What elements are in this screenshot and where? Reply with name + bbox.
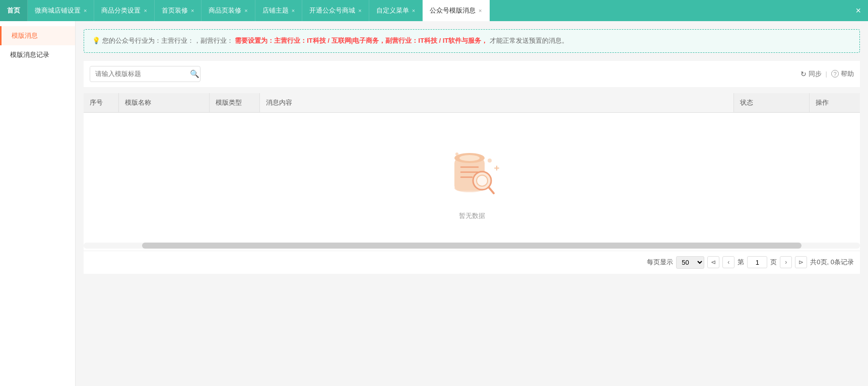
help-button[interactable]: ? 帮助 (831, 69, 854, 79)
nav-tab-homepage-decor[interactable]: 首页装修 × (155, 0, 202, 21)
svg-line-9 (489, 187, 494, 193)
nav-tab-product-label: 商品页装修 (209, 6, 241, 15)
empty-state: 暂无数据 (84, 113, 860, 241)
page-label-after: 页 (770, 258, 777, 267)
sidebar-item-template-msg[interactable]: 模版消息 (0, 26, 75, 45)
next-page-icon: › (785, 259, 787, 266)
notice-text-after: 才能正常发送预置的消息。 (490, 37, 568, 44)
prev-page-button[interactable]: ‹ (722, 256, 735, 268)
nav-tab-template-message[interactable]: 公众号模版消息 × (423, 0, 489, 21)
horizontal-scrollbar[interactable] (84, 243, 860, 249)
nav-tab-home-label: 首页 (7, 6, 20, 15)
nav-tab-shop-settings[interactable]: 微商城店铺设置 × (28, 0, 94, 21)
nav-tab-category-settings[interactable]: 商品分类设置 × (94, 0, 154, 21)
close-wechat-shop-icon[interactable]: × (358, 8, 361, 14)
last-page-button[interactable]: ⊳ (795, 256, 807, 268)
total-info: 共0页, 0条记录 (810, 258, 854, 267)
help-label: 帮助 (841, 69, 854, 79)
divider: | (826, 70, 827, 78)
th-content: 消息内容 (260, 93, 734, 112)
close-template-message-icon[interactable]: × (479, 8, 482, 14)
empty-text: 暂无数据 (459, 211, 485, 220)
sync-label: 同步 (809, 69, 822, 79)
nav-tab-category-label: 商品分类设置 (101, 6, 141, 15)
th-name: 模版名称 (119, 93, 210, 112)
empty-illustration (442, 143, 502, 203)
page-size-label: 每页显示 (647, 258, 673, 267)
notice-text-before: 您的公众号行业为：主营行业：，副营行业： (102, 37, 233, 44)
notice-highlight: 需要设置为：主营行业：IT科技 / 互联网|电子商务，副营行业：IT科技 / I… (235, 37, 488, 44)
search-bar: 🔍 ↻ 同步 | ? 帮助 (84, 61, 860, 87)
close-shop-settings-icon[interactable]: × (84, 8, 87, 14)
page-size-select[interactable]: 50 20 100 (676, 256, 704, 269)
search-icon: 🔍 (190, 69, 199, 78)
svg-point-11 (488, 159, 492, 163)
search-button[interactable]: 🔍 (185, 66, 201, 82)
close-all-button[interactable]: × (848, 0, 868, 21)
main-layout: 模版消息 模版消息记录 💡 您的公众号行业为：主营行业：，副营行业： 需要设置为… (0, 21, 868, 386)
help-icon: ? (831, 70, 839, 78)
nav-tab-template-msg-label: 公众号模版消息 (430, 6, 476, 15)
svg-point-3 (459, 155, 480, 161)
nav-tab-shop-theme[interactable]: 店铺主题 × (255, 0, 302, 21)
search-input[interactable] (90, 67, 185, 81)
nav-tab-wechat-shop-label: 开通公众号商城 (309, 6, 355, 15)
nav-tab-open-wechat-shop[interactable]: 开通公众号商城 × (302, 0, 369, 21)
sidebar-item-template-msg-label: 模版消息 (12, 32, 38, 39)
close-shop-theme-icon[interactable]: × (292, 8, 295, 14)
sidebar-item-template-record-label: 模版消息记录 (10, 51, 49, 58)
th-action: 操作 (810, 93, 860, 112)
content-area: 💡 您的公众号行业为：主营行业：，副营行业： 需要设置为：主营行业：IT科技 /… (76, 21, 868, 386)
svg-point-8 (477, 175, 488, 186)
notice-icon: 💡 (92, 37, 100, 44)
sidebar-item-template-msg-record[interactable]: 模版消息记录 (0, 45, 75, 64)
th-type: 模版类型 (210, 93, 260, 112)
close-custom-menu-icon[interactable]: × (412, 8, 415, 14)
nav-tab-custom-menu-label: 自定义菜单 (376, 6, 409, 15)
first-page-icon: ⊲ (711, 259, 716, 266)
table-header: 序号 模版名称 模版类型 消息内容 状态 操作 (84, 93, 860, 113)
pagination: 每页显示 50 20 100 ⊲ ‹ 第 页 › (84, 251, 860, 274)
close-category-icon[interactable]: × (144, 8, 147, 14)
nav-tab-product-decor[interactable]: 商品页装修 × (202, 0, 255, 21)
search-actions: ↻ 同步 | ? 帮助 (800, 69, 854, 79)
scrollbar-thumb[interactable] (142, 243, 802, 249)
sync-button[interactable]: ↻ 同步 (800, 69, 822, 79)
sidebar: 模版消息 模版消息记录 (0, 21, 76, 386)
search-input-container: 🔍 (90, 66, 201, 82)
nav-tab-homepage-label: 首页装修 (162, 6, 188, 15)
nav-tab-custom-menu[interactable]: 自定义菜单 × (369, 0, 423, 21)
prev-page-icon: ‹ (727, 259, 729, 266)
first-page-button[interactable]: ⊲ (707, 256, 719, 268)
sync-icon: ↻ (800, 70, 807, 78)
nav-tab-shop-theme-label: 店铺主题 (262, 6, 289, 15)
top-nav: 首页 微商城店铺设置 × 商品分类设置 × 首页装修 × 商品页装修 × 店铺主… (0, 0, 868, 21)
close-product-icon[interactable]: × (244, 8, 247, 14)
last-page-icon: ⊳ (798, 259, 804, 266)
page-number-input[interactable] (747, 256, 767, 268)
next-page-button[interactable]: › (780, 256, 792, 268)
svg-point-10 (455, 152, 458, 156)
page-label-before: 第 (738, 258, 744, 267)
close-homepage-icon[interactable]: × (191, 8, 194, 14)
nav-tab-shop-settings-label: 微商城店铺设置 (35, 6, 81, 15)
th-status: 状态 (734, 93, 810, 112)
notice-box: 💡 您的公众号行业为：主营行业：，副营行业： 需要设置为：主营行业：IT科技 /… (84, 29, 860, 53)
nav-tab-home[interactable]: 首页 (0, 0, 28, 21)
table-container: 序号 模版名称 模版类型 消息内容 状态 操作 (84, 93, 860, 274)
th-seq: 序号 (84, 93, 119, 112)
